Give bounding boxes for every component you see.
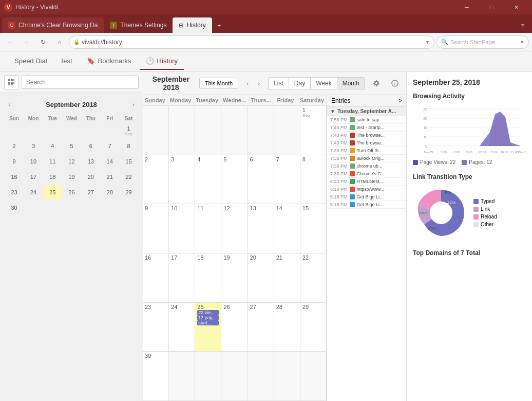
mini-cal-cell[interactable]: 2 <box>5 139 23 153</box>
mini-cal-cell[interactable]: 17 <box>24 170 42 184</box>
tab-history-main[interactable]: 🕐 History <box>140 53 184 70</box>
mini-cal-cell[interactable]: 28 <box>101 185 119 199</box>
tab-chrome-clear[interactable]: C Chrome's Clear Browsing Da <box>2 17 104 33</box>
big-cal-cell[interactable]: 8 <box>300 155 327 205</box>
mini-cal-cell[interactable]: 30 <box>5 200 23 215</box>
tab-themes[interactable]: T Themes Settings <box>104 17 173 33</box>
mini-cal-cell[interactable]: 8 <box>120 139 138 153</box>
mini-cal-cell[interactable]: 27 <box>82 185 100 199</box>
mini-cal-cell[interactable]: 19 <box>63 170 81 184</box>
big-cal-cell[interactable]: 24 <box>169 303 195 352</box>
tab-stack-button[interactable]: ≡ <box>516 19 530 33</box>
big-cal-cell[interactable] <box>221 352 248 401</box>
big-cal-cell[interactable] <box>248 352 274 401</box>
mini-cal-cell[interactable] <box>82 200 100 215</box>
close-button[interactable]: ✕ <box>504 0 528 14</box>
big-cal-cell[interactable] <box>248 106 274 155</box>
big-cal-cell[interactable]: 19 <box>221 253 248 303</box>
mini-cal-cell[interactable]: 11 <box>44 154 62 169</box>
list-view-button[interactable]: List <box>269 78 289 89</box>
big-cal-cell[interactable]: 22 <box>300 253 327 303</box>
info-icon-button[interactable]: i <box>388 76 402 90</box>
mini-cal-cell[interactable] <box>101 123 119 138</box>
entry-item[interactable]: 5:18 PMGet Bigo Li... <box>327 193 406 201</box>
mini-cal-cell[interactable] <box>44 123 62 138</box>
mini-cal-cell[interactable]: 7 <box>101 139 119 153</box>
mini-cal-cell[interactable]: 6 <box>82 139 100 153</box>
mini-cal-cell[interactable]: 5 <box>63 139 81 153</box>
big-cal-cell[interactable]: 28 <box>274 303 300 352</box>
big-cal-cell[interactable]: 27 <box>248 303 274 352</box>
big-cal-cell[interactable]: 9 <box>143 204 169 253</box>
big-cal-cell[interactable] <box>143 106 169 155</box>
apps-button[interactable] <box>4 75 18 89</box>
big-cal-cell[interactable] <box>195 352 221 401</box>
mini-cal-cell[interactable]: 24 <box>24 185 42 199</box>
big-cal-cell[interactable]: 30 <box>143 352 169 401</box>
big-cal-cell[interactable] <box>274 106 300 155</box>
big-cal-cell[interactable]: 4 <box>195 155 221 205</box>
home-button[interactable]: ⌂ <box>52 35 67 49</box>
entry-item[interactable]: 5:18 PMhttps://www... <box>327 186 406 193</box>
mini-cal-cell[interactable]: 9 <box>5 154 23 169</box>
minimize-button[interactable]: ─ <box>455 0 479 14</box>
big-cal-cell[interactable]: 17 <box>169 253 195 303</box>
address-dropdown-icon[interactable]: ▼ <box>425 40 430 45</box>
big-cal-cell[interactable] <box>274 352 300 401</box>
mini-cal-cell[interactable]: 22 <box>120 170 138 184</box>
big-cal-cell[interactable] <box>169 352 195 401</box>
mini-cal-cell[interactable] <box>82 123 100 138</box>
tab-speed-dial[interactable]: Speed Dial <box>8 53 53 70</box>
big-cal-cell[interactable]: 26 <box>221 303 248 352</box>
week-view-button[interactable]: Week <box>311 78 337 89</box>
mini-cal-cell[interactable]: 23 <box>5 185 23 199</box>
entry-item[interactable]: 7:46 PMtest - Startp... <box>327 124 406 132</box>
big-cal-cell[interactable] <box>300 352 327 401</box>
big-cal-cell[interactable]: 2 <box>143 155 169 205</box>
big-cal-cell[interactable]: 16 <box>143 253 169 303</box>
big-cal-cell[interactable]: 10 <box>169 204 195 253</box>
entry-item[interactable]: 7:56 PMsafe to say <box>327 116 406 124</box>
back-button[interactable]: ← <box>3 35 17 49</box>
mini-cal-cell[interactable]: 10 <box>24 154 42 169</box>
big-cal-cell[interactable]: 23 <box>143 303 169 352</box>
entry-item[interactable]: 6:23 PMHTML5test... <box>327 178 406 186</box>
cal-next-button[interactable]: › <box>254 78 264 88</box>
entry-item[interactable]: 7:43 PMThe browse... <box>327 139 406 147</box>
big-cal-cell[interactable]: 15 <box>300 204 327 253</box>
tab-test[interactable]: test <box>55 53 79 70</box>
mini-cal-prev[interactable]: ‹ <box>4 99 14 110</box>
entry-item[interactable]: 7:35 PMChrome's C... <box>327 170 406 178</box>
mini-cal-cell[interactable]: 3 <box>24 139 42 153</box>
this-month-button[interactable]: This Month <box>199 78 238 89</box>
big-cal-cell[interactable]: 29 <box>300 303 327 352</box>
big-cal-cell[interactable] <box>195 106 221 155</box>
mini-cal-cell[interactable] <box>44 200 62 215</box>
entry-item[interactable]: 7:36 PMchrome ub... <box>327 162 406 170</box>
big-cal-cell[interactable]: 11 <box>195 204 221 253</box>
mini-cal-cell[interactable] <box>63 123 81 138</box>
mini-cal-cell[interactable]: 26 <box>63 185 81 199</box>
tab-history[interactable]: ⊞ History <box>173 17 212 33</box>
big-cal-cell[interactable]: 21 <box>274 253 300 303</box>
mini-cal-cell[interactable]: 13 <box>82 154 100 169</box>
mini-cal-cell[interactable]: 16 <box>5 170 23 184</box>
settings-icon-button[interactable] <box>369 76 384 90</box>
calendar-event[interactable]: start... <box>197 320 219 325</box>
mini-cal-cell[interactable] <box>63 200 81 215</box>
search-dropdown-icon[interactable]: ▼ <box>520 40 524 45</box>
entry-item[interactable]: 7:36 PMuBlock Orig... <box>327 155 406 162</box>
mini-cal-cell[interactable]: 18 <box>44 170 62 184</box>
entry-item[interactable]: 5:18 PMGet Bigo Li... <box>327 201 406 209</box>
big-cal-cell[interactable]: 12 <box>221 204 248 253</box>
big-cal-cell[interactable]: 18 <box>195 253 221 303</box>
mini-cal-cell[interactable]: 12 <box>63 154 81 169</box>
big-cal-cell[interactable]: 5 <box>221 155 248 205</box>
day-view-button[interactable]: Day <box>289 78 311 89</box>
mini-cal-cell[interactable]: 29 <box>120 185 138 199</box>
mini-cal-cell[interactable]: 1Sep <box>120 123 138 138</box>
big-cal-cell[interactable]: 13 <box>248 204 274 253</box>
mini-cal-cell[interactable]: 25 <box>44 185 62 199</box>
new-tab-button[interactable]: + <box>212 19 226 33</box>
mini-cal-cell[interactable] <box>24 200 42 215</box>
